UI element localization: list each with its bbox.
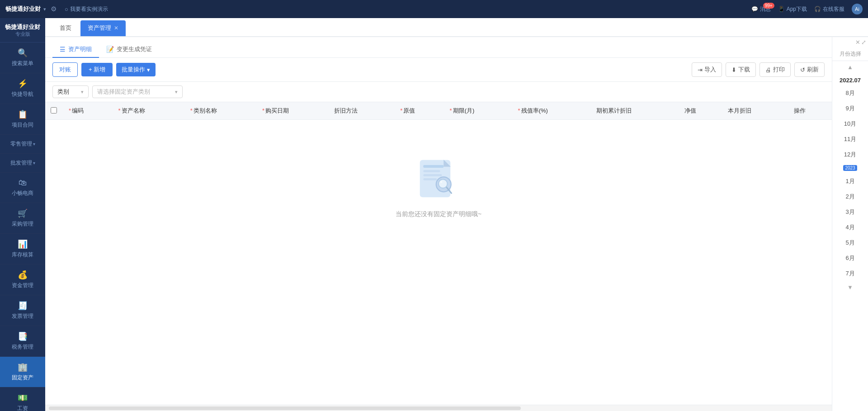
category-value-select[interactable]: 请选择固定资产类别 ▾	[92, 85, 183, 98]
category-type-select[interactable]: 类别 ▾	[52, 85, 89, 98]
sidebar-item-label: 税务管理	[12, 343, 33, 351]
chevron-icon: ▾	[33, 142, 35, 146]
contract-icon: 📋	[18, 109, 28, 119]
sidebar-item-label: 项目合同	[12, 121, 33, 129]
sidebar-item-purchase[interactable]: 🛒 采购管理	[0, 203, 45, 234]
settings-icon[interactable]: ⚙	[51, 5, 57, 13]
sidebar-item-wholesale[interactable]: 批发管理 ▾	[0, 154, 45, 173]
sidebar-item-label: 小畅电商	[12, 189, 33, 197]
message-badge: 99+	[763, 3, 774, 9]
user-avatar[interactable]: Ai	[852, 4, 863, 14]
sidebar-item-tax[interactable]: 📑 税务管理	[0, 326, 45, 357]
chevron-down-icon[interactable]: ▾	[43, 6, 46, 12]
th-checkbox	[45, 102, 63, 120]
refresh-button[interactable]: ↺ 刷新	[794, 62, 825, 77]
download-button[interactable]: ⬇ 下载	[726, 62, 756, 77]
sidebar: 畅捷通好业财 专业版 🔍 搜索菜单 ⚡ 快捷导航 📋 项目合同 零售管理 ▾ 批…	[0, 18, 45, 411]
sub-tab-asset-detail[interactable]: ☰ 资产明细	[52, 42, 99, 58]
sidebar-item-quick-nav[interactable]: ⚡ 快捷导航	[0, 73, 45, 104]
print-button[interactable]: 🖨 打印	[760, 62, 791, 77]
month-item-aug[interactable]: 8月	[832, 85, 868, 101]
month-item-jun[interactable]: 6月	[832, 250, 868, 266]
list-icon: ☰	[60, 46, 66, 53]
tab-home[interactable]: 首页	[52, 20, 79, 36]
company-info: 畅捷通好业财 ▾	[5, 5, 46, 13]
year-2023-badge-container: 2023	[843, 162, 857, 174]
svg-rect-1	[423, 165, 443, 168]
finance-icon: 💰	[18, 270, 28, 280]
top-bar: 畅捷通好业财 ▾ ⚙ ○ 我要看实例演示 💬 消息 99+ 📱 App下载 🎧 …	[0, 0, 868, 18]
month-item-oct[interactable]: 10月	[832, 116, 868, 132]
month-item-sep[interactable]: 9月	[832, 101, 868, 116]
reconcile-button[interactable]: 对账	[52, 62, 78, 77]
month-panel-up-arrow[interactable]: ▲	[844, 61, 856, 73]
lightning-icon: ⚡	[18, 79, 28, 89]
sidebar-item-payroll[interactable]: 💵 工资	[0, 387, 45, 411]
tab-label: 资产管理	[88, 24, 111, 32]
payroll-icon: 💵	[18, 393, 28, 403]
scroll-thumb[interactable]	[49, 406, 521, 410]
month-item-feb[interactable]: 2月	[832, 189, 868, 204]
select-all-checkbox[interactable]	[51, 107, 57, 113]
th-depreciation-method: 折旧方法	[329, 102, 395, 120]
toolbar: 对账 + 新增 批量操作 ▾ ⇥ 导入 ⬇ 下载	[45, 58, 832, 82]
th-purchase-date: *购买日期	[257, 102, 329, 120]
empty-text: 当前您还没有固定资产明细哦~	[396, 210, 481, 218]
sidebar-item-invoice[interactable]: 🧾 发票管理	[0, 295, 45, 326]
sidebar-app-name: 畅捷通好业财	[4, 24, 42, 31]
empty-state: 当前您还没有固定资产明细哦~	[45, 120, 832, 255]
sidebar-item-inventory[interactable]: 📊 库存核算	[0, 234, 45, 265]
svg-rect-4	[423, 178, 437, 180]
sidebar-item-label: 库存核算	[12, 251, 33, 259]
headset-icon: 🎧	[814, 6, 821, 12]
demo-link[interactable]: ○ 我要看实例演示	[65, 5, 108, 13]
chevron-icon: ▾	[33, 161, 35, 165]
chevron-down-icon: ▾	[147, 66, 150, 73]
category-label: 类别	[57, 88, 69, 96]
sidebar-item-label: 发票管理	[12, 312, 33, 320]
download-icon: ⬇	[731, 66, 736, 73]
sidebar-item-ecommerce[interactable]: 🛍 小畅电商	[0, 173, 45, 203]
month-item-may[interactable]: 5月	[832, 235, 868, 250]
tab-close-icon[interactable]: ✕	[114, 25, 118, 31]
month-item-dec[interactable]: 12月	[832, 147, 868, 162]
sidebar-item-label: 搜索菜单	[12, 60, 33, 67]
collapse-panel-button[interactable]: ✕	[855, 39, 860, 46]
month-panel-down-arrow[interactable]: ▼	[844, 281, 856, 293]
bottom-scrollbar[interactable]	[45, 405, 832, 411]
month-item-nov[interactable]: 11月	[832, 132, 868, 147]
month-item-jan[interactable]: 1月	[832, 174, 868, 189]
message-icon: 💬	[751, 6, 758, 12]
tab-asset-mgmt[interactable]: 资产管理 ✕	[80, 20, 126, 36]
table-header: *编码 *资产名称 *类别名称 *购买日期 折旧方法 *原值 *期限(月) *残…	[45, 102, 832, 120]
mobile-icon: 📱	[778, 6, 785, 12]
inventory-icon: 📊	[18, 239, 28, 249]
main-content: ☰ 资产明细 📝 变更生成凭证 对账 + 新增 批量操作 ▾	[45, 37, 832, 411]
asset-table-wrap: *编码 *资产名称 *类别名称 *购买日期 折旧方法 *原值 *期限(月) *残…	[45, 102, 832, 405]
month-item-apr[interactable]: 4月	[832, 220, 868, 235]
month-item-mar[interactable]: 3月	[832, 204, 868, 220]
app-download-button[interactable]: 📱 App下载	[778, 5, 807, 13]
content-area: 首页 资产管理 ✕ ☰ 资产明细 📝 变更生成凭证	[45, 18, 868, 411]
filter-row: 类别 ▾ 请选择固定资产类别 ▾	[45, 82, 832, 102]
online-service-button[interactable]: 🎧 在线客服	[814, 5, 844, 13]
sidebar-item-finance[interactable]: 💰 资金管理	[0, 265, 45, 295]
import-button[interactable]: ⇥ 导入	[692, 62, 722, 77]
month-item-jul[interactable]: 7月	[832, 266, 868, 281]
search-icon: 🔍	[18, 48, 28, 58]
tab-label: 首页	[60, 24, 71, 32]
expand-panel-button[interactable]: ⤢	[861, 39, 866, 46]
app-name: 畅捷通好业财	[5, 5, 41, 13]
add-button[interactable]: + 新增	[81, 63, 113, 76]
sidebar-item-project[interactable]: 📋 项目合同	[0, 104, 45, 135]
sidebar-item-retail[interactable]: 零售管理 ▾	[0, 135, 45, 154]
empty-row: 当前您还没有固定资产明细哦~	[45, 120, 832, 255]
message-button[interactable]: 💬 消息 99+	[751, 5, 771, 13]
top-bar-right: 💬 消息 99+ 📱 App下载 🎧 在线客服 Ai	[751, 4, 863, 14]
sub-tab-label: 资产明细	[68, 45, 92, 53]
sidebar-item-search[interactable]: 🔍 搜索菜单	[0, 43, 45, 73]
sidebar-item-fixed-assets[interactable]: 🏢 固定资产	[0, 357, 45, 387]
sub-tab-change-voucher[interactable]: 📝 变更生成凭证	[99, 42, 159, 58]
toolbar-right: ⇥ 导入 ⬇ 下载 🖨 打印 ↺ 刷新	[692, 62, 825, 77]
batch-button[interactable]: 批量操作 ▾	[116, 63, 156, 76]
